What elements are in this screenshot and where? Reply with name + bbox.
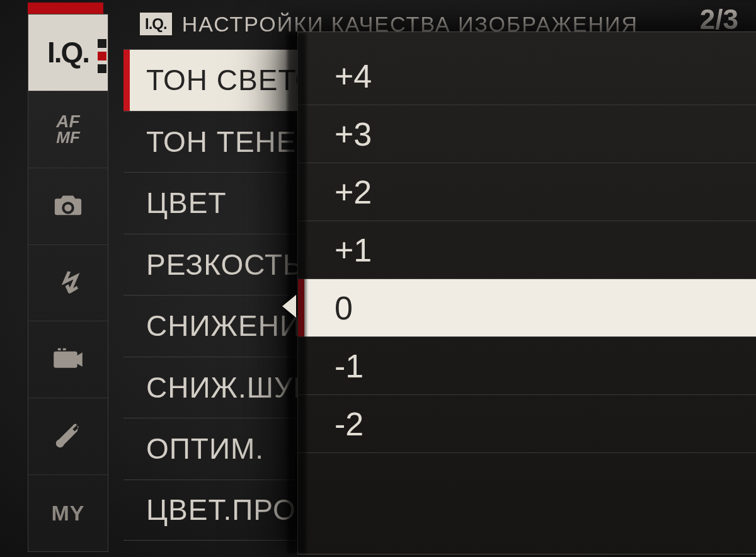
selection-marker bbox=[123, 50, 130, 111]
value-label: +2 bbox=[335, 173, 372, 211]
value-option-plus1[interactable]: +1 bbox=[298, 221, 756, 279]
value-option-minus1[interactable]: -1 bbox=[298, 337, 756, 395]
accent-bar bbox=[28, 3, 103, 14]
sidebar-item-video[interactable] bbox=[28, 321, 108, 398]
iq-badge-icon: I.Q. bbox=[47, 35, 89, 69]
value-label: -1 bbox=[335, 347, 364, 385]
value-selector-popup: +4 +3 +2 +1 0 -1 -2 bbox=[297, 32, 756, 554]
value-label: 0 bbox=[335, 289, 353, 327]
value-label: +4 bbox=[335, 57, 372, 95]
value-option-plus4[interactable]: +4 bbox=[298, 47, 756, 105]
value-label: -2 bbox=[335, 405, 364, 443]
menu-item-label: ЦВЕТ bbox=[146, 186, 227, 220]
category-sidebar: I.Q. AF MF ↯ bbox=[28, 14, 108, 552]
value-option-plus3[interactable]: +3 bbox=[298, 105, 756, 163]
flash-icon: ↯ bbox=[56, 266, 81, 300]
popup-shadow bbox=[287, 33, 306, 553]
camera-menu-screen: I.Q. НАСТРОЙКИ КАЧЕСТВА ИЗОБРАЖЕНИЯ 2/3 … bbox=[0, 0, 756, 557]
sidebar-item-flash[interactable]: ↯ bbox=[28, 245, 108, 322]
camera-icon bbox=[52, 188, 84, 224]
afmf-icon: AF MF bbox=[56, 113, 80, 146]
wrench-icon bbox=[52, 419, 84, 454]
video-icon bbox=[52, 342, 84, 377]
sidebar-item-iq[interactable]: I.Q. bbox=[28, 14, 108, 91]
value-label: +3 bbox=[335, 115, 372, 153]
value-option-zero[interactable]: 0 bbox=[298, 279, 756, 337]
menu-item-label: ОПТИМ. bbox=[146, 432, 264, 466]
my-menu-label: MY bbox=[52, 501, 85, 525]
chevron-left-icon bbox=[282, 295, 296, 318]
menu-item-label: РЕЗКОСТЬ bbox=[146, 248, 302, 282]
page-indicator: 2/3 bbox=[700, 4, 738, 35]
value-option-plus2[interactable]: +2 bbox=[298, 163, 756, 221]
iq-badge-squares bbox=[98, 39, 106, 73]
sidebar-item-afmf[interactable]: AF MF bbox=[28, 91, 108, 168]
sidebar-item-my[interactable]: MY bbox=[28, 475, 108, 551]
value-label: +1 bbox=[335, 231, 372, 269]
sidebar-item-setup[interactable] bbox=[28, 398, 108, 475]
sidebar-item-shooting[interactable] bbox=[28, 168, 108, 245]
iq-badge-small: I.Q. bbox=[139, 11, 173, 37]
value-option-minus2[interactable]: -2 bbox=[298, 395, 756, 453]
